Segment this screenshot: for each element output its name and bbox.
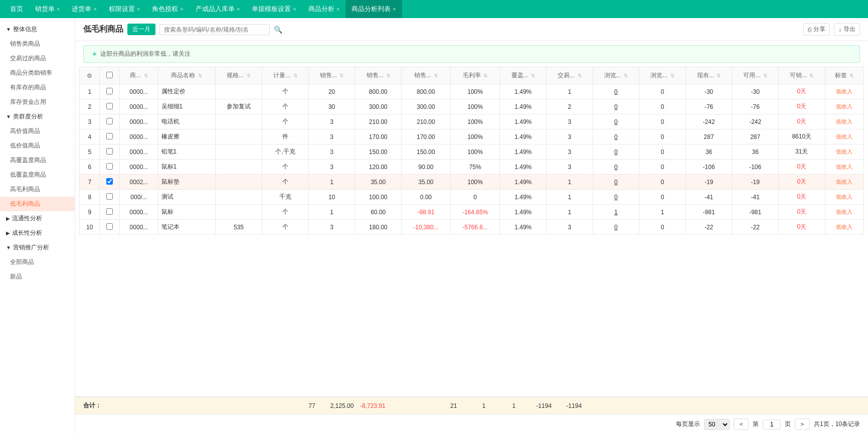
sort-icon[interactable]: ⇅ <box>531 73 535 78</box>
sidebar-group-2[interactable]: ▶流通性分析 <box>0 211 75 226</box>
share-button[interactable]: ⎙ 分享 <box>803 23 830 36</box>
nav-close-icon[interactable]: × <box>57 6 60 12</box>
nav-close-icon[interactable]: × <box>237 6 240 12</box>
views1-link[interactable]: 0 <box>614 133 618 140</box>
views1-link[interactable]: 0 <box>614 103 618 110</box>
nav-item-进货单[interactable]: 进货单× <box>66 0 102 18</box>
row-checkbox-cell[interactable] <box>100 175 120 190</box>
prev-page-button[interactable]: ＜ <box>734 418 749 430</box>
row-checkbox[interactable] <box>106 193 113 200</box>
views1-link[interactable]: 0 <box>614 149 618 156</box>
sort-icon[interactable]: ⇅ <box>670 73 674 78</box>
row-checkbox[interactable] <box>106 148 113 155</box>
nav-item-商品分析[interactable]: 商品分析× <box>302 0 345 18</box>
sidebar-item-有库存的商品[interactable]: 有库存的商品 <box>0 80 75 95</box>
sidebar-group-4[interactable]: ▼营销推广分析 <box>0 240 75 255</box>
sort-icon[interactable]: ⇅ <box>434 73 438 78</box>
date-filter-button[interactable]: 近一月 <box>127 24 155 35</box>
page-number-input[interactable] <box>763 419 781 429</box>
row-checkbox[interactable] <box>106 223 113 230</box>
product-tag: 低收入 <box>825 190 863 205</box>
nav-item-单据模板设置[interactable]: 单据模板设置× <box>246 0 302 18</box>
sort-icon[interactable]: ⇅ <box>717 73 721 78</box>
nav-item-角色授权[interactable]: 角色授权× <box>146 0 189 18</box>
nav-item-销货单[interactable]: 销货单× <box>29 0 66 18</box>
sort-icon[interactable]: ⇅ <box>293 73 297 78</box>
views1-link[interactable]: 0 <box>614 88 618 95</box>
sidebar-item-低覆盖度商品[interactable]: 低覆盖度商品 <box>0 168 75 182</box>
share-icon: ⎙ <box>808 26 811 33</box>
col-header-coverage: 覆盖... ⇅ <box>500 67 547 84</box>
sort-icon[interactable]: ⇅ <box>849 73 853 78</box>
row-checkbox-cell[interactable] <box>100 205 120 220</box>
views1-link[interactable]: 0 <box>614 118 618 125</box>
search-button[interactable]: 🔍 <box>274 26 282 34</box>
row-checkbox[interactable] <box>106 178 113 185</box>
row-checkbox-cell[interactable] <box>100 220 120 235</box>
nav-close-icon[interactable]: × <box>293 6 296 12</box>
views1-link[interactable]: 0 <box>614 194 618 201</box>
nav-item-权限设置[interactable]: 权限设置× <box>103 0 146 18</box>
sort-icon[interactable]: ⇅ <box>578 73 582 78</box>
sidebar-item-高毛利商品[interactable]: 高毛利商品 <box>0 182 75 197</box>
views1-link[interactable]: 0 <box>614 164 618 171</box>
sort-icon[interactable]: ⇅ <box>339 73 343 78</box>
sidebar-item-低毛利商品[interactable]: 低毛利商品 <box>0 197 75 211</box>
sidebar-item-高价值商品[interactable]: 高价值商品 <box>0 124 75 138</box>
row-checkbox[interactable] <box>106 133 113 139</box>
next-page-button[interactable]: ＞ <box>795 418 810 430</box>
row-checkbox[interactable] <box>106 103 113 109</box>
nav-close-icon[interactable]: × <box>393 6 396 12</box>
sidebar-item-库存资金占用[interactable]: 库存资金占用 <box>0 95 75 109</box>
gross-margin: -5766.6... <box>450 220 500 235</box>
transactions: 3 <box>547 160 593 175</box>
settings-column-header[interactable]: ⚙ <box>80 67 100 84</box>
row-checkbox-cell[interactable] <box>100 114 120 129</box>
sort-icon[interactable]: ⇅ <box>144 73 148 78</box>
nav-close-icon[interactable]: × <box>336 6 339 12</box>
nav-item-商品分析列表[interactable]: 商品分析列表× <box>345 0 402 18</box>
sort-icon[interactable]: ⇅ <box>247 73 251 78</box>
nav-close-icon[interactable]: × <box>137 6 140 12</box>
row-checkbox-cell[interactable] <box>100 190 120 205</box>
sidebar-item-高覆盖度商品[interactable]: 高覆盖度商品 <box>0 153 75 168</box>
page-size-select[interactable]: 50 20 100 <box>704 419 730 430</box>
row-checkbox-cell[interactable] <box>100 84 120 99</box>
sort-icon[interactable]: ⇅ <box>483 73 487 78</box>
select-all-checkbox[interactable] <box>106 72 113 78</box>
row-checkbox[interactable] <box>106 118 113 124</box>
views1-link[interactable]: 0 <box>614 224 618 231</box>
search-input[interactable] <box>159 24 270 35</box>
sidebar-item-新品[interactable]: 新品 <box>0 269 75 284</box>
nav-close-icon[interactable]: × <box>180 6 183 12</box>
sidebar-item-销售类商品[interactable]: 销售类商品 <box>0 37 75 51</box>
select-all-header[interactable] <box>100 67 120 84</box>
row-checkbox-cell[interactable] <box>100 129 120 144</box>
nav-item-产成品入库单[interactable]: 产成品入库单× <box>190 0 246 18</box>
sort-icon[interactable]: ⇅ <box>809 73 813 78</box>
nav-close-icon[interactable]: × <box>93 6 96 12</box>
nav-item-首页[interactable]: 首页 <box>4 0 29 18</box>
sidebar-item-低价值商品[interactable]: 低价值商品 <box>0 138 75 153</box>
sidebar-group-3[interactable]: ▶成长性分析 <box>0 226 75 240</box>
row-checkbox-cell[interactable] <box>100 99 120 114</box>
sidebar-group-0[interactable]: ▼整体信息 <box>0 22 75 37</box>
row-checkbox[interactable] <box>106 163 113 170</box>
sort-icon[interactable]: ⇅ <box>763 73 767 78</box>
views1-link[interactable]: 1 <box>614 209 618 216</box>
sidebar-item-交易过的商品[interactable]: 交易过的商品 <box>0 51 75 66</box>
sort-icon[interactable]: ⇅ <box>624 73 628 78</box>
export-button[interactable]: ↓ 导出 <box>834 23 860 36</box>
sidebar-item-商品分类助销率[interactable]: 商品分类助销率 <box>0 66 75 80</box>
row-checkbox[interactable] <box>106 88 113 94</box>
row-checkbox-cell[interactable] <box>100 144 120 160</box>
sidebar-item-全部商品[interactable]: 全部商品 <box>0 255 75 269</box>
sort-icon[interactable]: ⇅ <box>198 73 202 78</box>
views1[interactable]: 1 <box>593 205 639 220</box>
row-checkbox[interactable] <box>106 208 113 215</box>
row-checkbox-cell[interactable] <box>100 160 120 175</box>
sidebar-group-1[interactable]: ▼类群度分析 <box>0 109 75 124</box>
views1-link[interactable]: 0 <box>614 179 618 186</box>
sort-icon[interactable]: ⇅ <box>386 73 390 78</box>
product-name: 电话机 <box>158 114 215 129</box>
